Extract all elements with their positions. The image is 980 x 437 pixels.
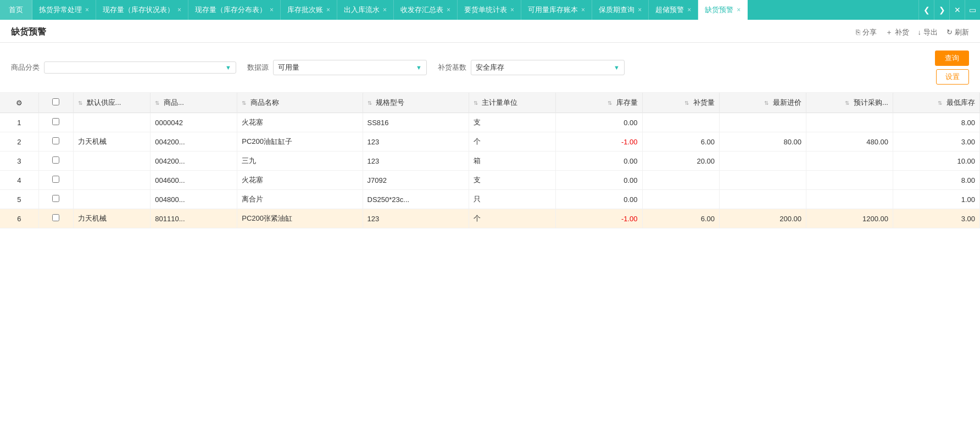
- replenish-button[interactable]: ＋ 补货: [886, 27, 909, 37]
- row-checkbox-2[interactable]: [52, 156, 59, 164]
- tab-demand-stats[interactable]: 要货单统计表×: [458, 0, 521, 20]
- tab-prev-btn[interactable]: ❮: [918, 0, 934, 20]
- tab-available-ledger[interactable]: 可用量库存账本×: [521, 0, 592, 20]
- cell-index-0: 1: [0, 113, 38, 132]
- th-name[interactable]: ⇅ 商品名称: [237, 93, 363, 113]
- tab-inventory-status[interactable]: 现存量（库存状况表）×: [96, 0, 188, 20]
- select-all-checkbox[interactable]: [52, 98, 59, 105]
- row-checkbox-0[interactable]: [52, 118, 59, 125]
- filter-bar: 商品分类 ▼ 数据源 可用量 ▼ 补货基数 安全库存 ▼ 查询 设置: [0, 43, 980, 93]
- tab-home[interactable]: 首页: [0, 0, 32, 20]
- cell-check-1[interactable]: [38, 132, 73, 152]
- cell-name-2: 三九: [237, 152, 363, 171]
- cell-check-2[interactable]: [38, 152, 73, 171]
- th-replen[interactable]: ⇅ 补货量: [642, 93, 719, 113]
- tab-receipt-summary[interactable]: 收发存汇总表×: [394, 0, 458, 20]
- query-button[interactable]: 查询: [935, 51, 969, 66]
- tab-close-batch-account[interactable]: ×: [326, 6, 330, 14]
- tab-close-shortage-warning[interactable]: ×: [737, 6, 740, 14]
- replenish-base-filter-group: 补货基数 安全库存 ▼: [438, 60, 625, 75]
- datasource-select-value: 可用量: [278, 63, 299, 72]
- tab-close-available-ledger[interactable]: ×: [581, 6, 585, 14]
- cell-code-5: 801110...: [151, 209, 237, 228]
- replenish-base-select-value: 安全库存: [476, 63, 504, 72]
- tab-close-demand-stats[interactable]: ×: [510, 6, 514, 14]
- row-checkbox-3[interactable]: [52, 176, 59, 183]
- th-settings[interactable]: ⚙: [0, 93, 38, 113]
- cell-code-3: 004600...: [151, 171, 237, 190]
- cell-spec-3: J7092: [363, 171, 469, 190]
- sort-stock-icon: ⇅: [608, 100, 612, 106]
- th-code[interactable]: ⇅ 商品...: [151, 93, 237, 113]
- cell-spec-0: SS816: [363, 113, 469, 132]
- replenish-icon: ＋: [886, 27, 893, 37]
- cell-spec-5: 123: [363, 209, 469, 228]
- row-checkbox-1[interactable]: [52, 137, 59, 144]
- tab-close-receipt-summary[interactable]: ×: [447, 6, 450, 14]
- tab-close-abnormal[interactable]: ×: [85, 6, 89, 14]
- cell-minstock-5: 3.00: [893, 209, 979, 228]
- tab-close-overstock-warning[interactable]: ×: [687, 6, 691, 14]
- category-select-arrow: ▼: [225, 64, 231, 71]
- th-stock[interactable]: ⇅ 库存量: [555, 93, 642, 113]
- cell-supplier-1: 力天机械: [73, 132, 150, 152]
- cell-check-5[interactable]: [38, 209, 73, 228]
- tab-shortage-warning[interactable]: 缺货预警×: [698, 0, 748, 20]
- cell-check-4[interactable]: [38, 190, 73, 209]
- tab-overstock-warning[interactable]: 超储预警×: [649, 0, 698, 20]
- row-checkbox-4[interactable]: [52, 195, 59, 202]
- cell-check-0[interactable]: [38, 113, 73, 132]
- cell-price-1: 80.00: [719, 132, 806, 152]
- datasource-label: 数据源: [247, 63, 269, 72]
- th-check[interactable]: [38, 93, 73, 113]
- row-checkbox-5[interactable]: [52, 214, 59, 221]
- share-button[interactable]: ⎘ 分享: [856, 27, 877, 37]
- sort-code-icon: ⇅: [155, 100, 159, 106]
- cell-name-3: 火花塞: [237, 171, 363, 190]
- cell-replen-0: [642, 113, 719, 132]
- tab-close-inventory-dist[interactable]: ×: [270, 6, 274, 14]
- tab-inventory-dist[interactable]: 现存量（库存分布表）×: [188, 0, 281, 20]
- tab-expiry-query[interactable]: 保质期查询×: [592, 0, 649, 20]
- th-purchase[interactable]: ⇅ 预计采购...: [806, 93, 893, 113]
- cell-code-4: 004800...: [151, 190, 237, 209]
- settings-button[interactable]: 设置: [936, 69, 969, 85]
- th-price[interactable]: ⇅ 最新进价: [719, 93, 806, 113]
- th-unit[interactable]: ⇅ 主计量单位: [469, 93, 555, 113]
- tab-fullscreen-btn[interactable]: ▭: [965, 0, 980, 20]
- cell-code-2: 004200...: [151, 152, 237, 171]
- cell-purchase-0: [806, 113, 893, 132]
- cell-purchase-4: [806, 190, 893, 209]
- tab-close-inout-flow[interactable]: ×: [383, 6, 387, 14]
- category-label: 商品分类: [11, 63, 40, 72]
- category-select[interactable]: ▼: [44, 61, 236, 74]
- refresh-button[interactable]: ↻ 刷新: [946, 27, 969, 37]
- cell-minstock-1: 3.00: [893, 132, 979, 152]
- category-filter-group: 商品分类 ▼: [11, 61, 236, 74]
- tab-nav-buttons: ❮ ❯ ✕ ▭: [918, 0, 980, 20]
- tab-close-inventory-status[interactable]: ×: [177, 6, 181, 14]
- cell-check-3[interactable]: [38, 171, 73, 190]
- th-spec[interactable]: ⇅ 规格型号: [363, 93, 469, 113]
- cell-index-4: 5: [0, 190, 38, 209]
- cell-minstock-3: 8.00: [893, 171, 979, 190]
- gear-icon[interactable]: ⚙: [16, 99, 23, 107]
- th-minstock[interactable]: ⇅ 最低库存: [893, 93, 979, 113]
- tab-close-btn[interactable]: ✕: [949, 0, 965, 20]
- cell-spec-4: DS250*23c...: [363, 190, 469, 209]
- cell-stock-1: -1.00: [555, 132, 642, 152]
- tab-abnormal[interactable]: 拣货异常处理×: [32, 0, 96, 20]
- tab-next-btn[interactable]: ❯: [934, 0, 949, 20]
- sort-price-icon: ⇅: [764, 100, 769, 106]
- cell-spec-1: 123: [363, 132, 469, 152]
- export-button[interactable]: ↓ 导出: [918, 27, 938, 37]
- tab-batch-account[interactable]: 库存批次账×: [281, 0, 337, 20]
- tab-inout-flow[interactable]: 出入库流水×: [337, 0, 394, 20]
- cell-price-0: [719, 113, 806, 132]
- datasource-filter-group: 数据源 可用量 ▼: [247, 60, 427, 75]
- th-supplier[interactable]: ⇅ 默认供应...: [73, 93, 150, 113]
- datasource-select[interactable]: 可用量 ▼: [273, 60, 427, 75]
- tab-close-expiry-query[interactable]: ×: [638, 6, 642, 14]
- replenish-base-select[interactable]: 安全库存 ▼: [471, 60, 625, 75]
- cell-index-2: 3: [0, 152, 38, 171]
